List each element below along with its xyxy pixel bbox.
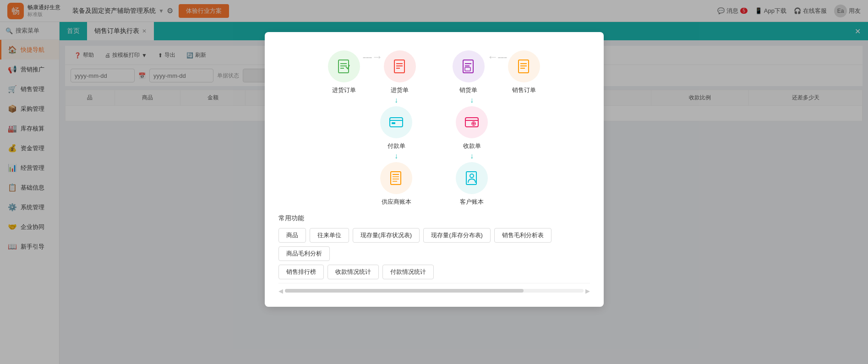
scroll-thumb [285, 289, 524, 293]
func-btns-row2: 销售排行榜 收款情况统计 付款情况统计 [278, 265, 590, 279]
customer-account-label: 客户账本 [460, 198, 484, 206]
common-functions-section: 常用功能 商品 往来单位 现存量(库存状况表) 现存量(库存分布表) 销售毛利分… [278, 214, 590, 279]
flow-node-sales-order: 销售订单 [508, 50, 540, 94]
svg-point-30 [470, 174, 474, 178]
supplier-account-icon [380, 162, 412, 194]
flow-diagram-area: 进货订单 - - - → 进货单 [278, 46, 590, 211]
func-btn-payment-stats[interactable]: 付款情况统计 [382, 265, 434, 279]
svg-rect-16 [390, 118, 403, 127]
func-btn-stock-dist[interactable]: 现存量(库存分布表) [423, 228, 491, 243]
flow-node-receipt-bill: 收款单 [456, 106, 488, 150]
flow-node-supplier-account: 供应商账本 [380, 162, 412, 206]
sales-bill-label: 销货单 [459, 86, 477, 94]
modal-overlay[interactable]: 进货订单 - - - → 进货单 [0, 0, 868, 364]
supplier-account-label: 供应商账本 [382, 198, 411, 206]
func-btns-row1: 商品 往来单位 现存量(库存状况表) 现存量(库存分布表) 销售毛利分析表 商品… [278, 228, 590, 261]
purchase-bill-label: 进货单 [391, 86, 409, 94]
sales-order-label: 销售订单 [512, 86, 536, 94]
purchase-bill-icon [384, 50, 416, 82]
svg-rect-19 [391, 172, 401, 185]
scroll-right-btn[interactable]: ▶ [585, 288, 590, 294]
flow-node-purchase-bill: 进货单 [384, 50, 416, 94]
payment-bill-icon [380, 106, 412, 138]
flow-node-purchase-order: 进货订单 [328, 50, 360, 94]
common-functions-title: 常用功能 [278, 214, 590, 223]
func-btn-receipt-stats[interactable]: 收款情况统计 [328, 265, 379, 279]
modal-scrollbar-area: ◀ ▶ [278, 283, 590, 294]
sales-order-icon [508, 50, 540, 82]
receipt-bill-icon [456, 106, 488, 138]
svg-rect-24 [465, 118, 478, 127]
flow-node-payment-bill: 付款单 [380, 106, 412, 150]
svg-rect-11 [465, 67, 470, 71]
customer-account-icon [456, 162, 488, 194]
func-btn-product-profit[interactable]: 商品毛利分析 [278, 246, 330, 261]
func-btn-stock-status[interactable]: 现存量(库存状况表) [353, 228, 420, 243]
flow-node-customer-account: 客户账本 [456, 162, 488, 206]
receipt-bill-label: 收款单 [463, 142, 481, 150]
func-btn-sales-rank[interactable]: 销售排行榜 [278, 265, 324, 279]
scroll-left-btn[interactable]: ◀ [278, 288, 283, 294]
scroll-track[interactable] [285, 289, 584, 293]
purchase-order-label: 进货订单 [332, 86, 356, 94]
func-btn-product[interactable]: 商品 [278, 228, 306, 243]
sales-bill-icon [453, 50, 485, 82]
purchase-order-icon [328, 50, 360, 82]
flow-modal: 进货订单 - - - → 进货单 [265, 32, 604, 307]
func-btn-sales-profit[interactable]: 销售毛利分析表 [494, 228, 551, 243]
func-btn-contacts[interactable]: 往来单位 [310, 228, 349, 243]
payment-bill-label: 付款单 [388, 142, 405, 150]
svg-rect-18 [392, 122, 395, 124]
flow-node-sales-bill: 销货单 [453, 50, 485, 94]
